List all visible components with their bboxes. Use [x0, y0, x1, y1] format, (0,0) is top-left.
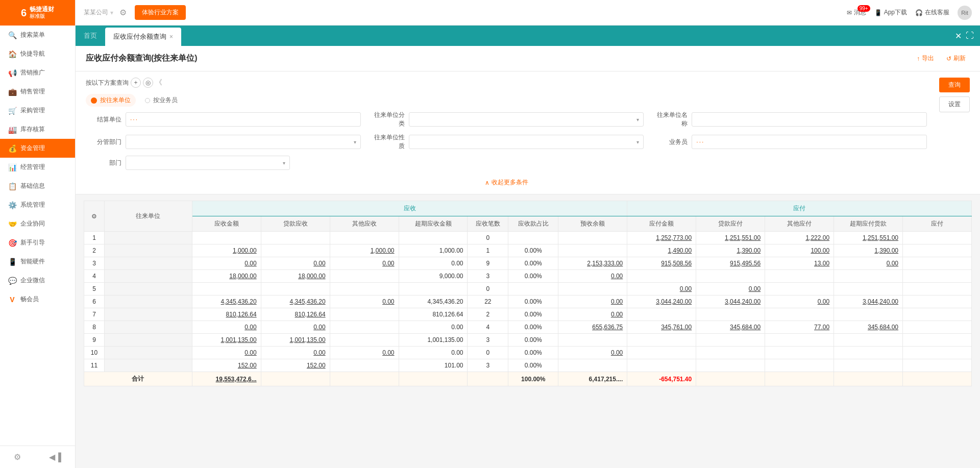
sidebar-item-management[interactable]: 📊 经营管理: [0, 158, 75, 177]
filter-arrow-button[interactable]: 《: [155, 78, 162, 87]
table-row: 100.000.000.000.0000.00%0.00: [84, 347, 972, 359]
summary-label: 合计: [84, 372, 192, 386]
filter-by-unit[interactable]: 按往来单位: [86, 94, 136, 107]
chevron-down-icon: ▾: [636, 139, 639, 145]
tab-home[interactable]: 首页: [76, 26, 105, 46]
sidebar-bottom: ⚙ ◀▐: [0, 446, 75, 468]
filter-field-category: 往来单位分类 ▾: [369, 111, 644, 128]
export-icon: ↑: [917, 55, 920, 62]
collapse-icon: ∧: [485, 179, 489, 186]
table-row: 101,252,773.001,251,551.001,222.001,251,…: [84, 232, 972, 244]
recv-overdue-header: 超期应收金额: [399, 216, 468, 232]
table-row: 30.000.000.000.0090.00%2,153,333.00915,5…: [84, 257, 972, 270]
window-close-icon[interactable]: ✕: [955, 31, 962, 41]
pay-other-header: 其他应付: [765, 216, 834, 232]
filter-by-salesperson[interactable]: 按业务员: [140, 94, 183, 107]
table-row: 500.000.00: [84, 283, 972, 295]
set-button[interactable]: 设置: [939, 96, 970, 112]
sidebar-item-label: 快捷导航: [20, 50, 45, 58]
filter-add-button[interactable]: +: [131, 78, 141, 88]
filter-row-3: 部门 ▾: [86, 156, 290, 170]
sidebar-item-purchase[interactable]: 🛒 采购管理: [0, 101, 75, 120]
division-input[interactable]: ▾: [126, 135, 361, 149]
filter-row-2: 分管部门 ▾ 往来单位性质 ▾ 业务员: [86, 133, 927, 151]
pay-overdue-header: 超期应付货款: [834, 216, 903, 232]
settings-icon[interactable]: ⚙: [119, 8, 127, 17]
table-row: 21,000.001,000.001,000.0010.00%1,490.001…: [84, 244, 972, 257]
summary-pay-amount: -654,751.40: [627, 372, 696, 386]
unitname-input[interactable]: [692, 112, 927, 127]
app-icon: 📱: [874, 9, 882, 16]
sidebar-item-cooperation[interactable]: 🤝 企业协同: [0, 214, 75, 233]
message-button[interactable]: ✉ 消息 99+: [847, 8, 866, 17]
sidebar-item-finance[interactable]: 💰 资金管理: [0, 139, 75, 158]
online-service-button[interactable]: 🎧 在线客服: [915, 8, 949, 17]
salesperson-label: 业务员: [652, 138, 688, 146]
sidebar-item-label: 库存核算: [20, 125, 45, 134]
sidebar-item-quicknav[interactable]: 🏠 快捷导航: [0, 44, 75, 63]
filter-option2-dot: [145, 98, 150, 103]
collapse-bar[interactable]: ∧ 收起更多条件: [86, 175, 927, 188]
filter-action-buttons: 查询 设置: [935, 78, 970, 188]
filter-field-division: 分管部门 ▾: [86, 135, 361, 149]
query-button[interactable]: 查询: [939, 78, 970, 92]
unit-header: 往来单位: [105, 201, 192, 232]
sidebar-item-label: 销售管理: [20, 87, 45, 96]
recv-ratio-header: 应收款占比: [508, 216, 558, 232]
sidebar-item-label: 基础信息: [20, 182, 45, 190]
table-row: 418,000.0018,000.009,000.0030.00%0.00: [84, 270, 972, 283]
filter-settings-button[interactable]: ◎: [143, 78, 153, 88]
app-label: App下载: [884, 8, 907, 17]
message-icon: ✉: [847, 9, 852, 16]
sidebar-settings-icon[interactable]: ⚙: [10, 450, 25, 464]
sidebar-item-sales[interactable]: 💼 销售管理: [0, 82, 75, 101]
sidebar-item-wechat[interactable]: 💬 企业微信: [0, 271, 75, 290]
sidebar-item-label: 采购管理: [20, 106, 45, 115]
filter-field-department: 部门 ▾: [86, 156, 290, 170]
department-input[interactable]: ▾: [126, 156, 290, 170]
category-input[interactable]: ▾: [409, 112, 644, 127]
summary-recv-amount[interactable]: 19,553,472,6...: [192, 372, 261, 386]
basic-icon: 📋: [8, 182, 16, 190]
nature-input[interactable]: ▾: [409, 135, 644, 149]
page-header: 应收应付余额查询(按往来单位) ↑ 导出 ↺ 刷新: [76, 46, 980, 71]
gear-header[interactable]: ⚙: [84, 201, 105, 232]
filter-field-nature: 往来单位性质 ▾: [369, 133, 644, 151]
message-badge: 99+: [857, 5, 870, 12]
sidebar-item-label: 搜索菜单: [20, 31, 45, 39]
recv-other-header: 其他应收: [330, 216, 399, 232]
division-label: 分管部门: [86, 138, 121, 146]
data-table: ⚙ 往来单位 应收 应付 应收金额 贷款应收 其他应收 超期应收金额 应收笔数 …: [84, 201, 972, 386]
breadcrumb: 某某公司 ▾: [84, 8, 113, 17]
table-row: 7810,126.64810,126.64810,126.6420.00%0.0…: [84, 308, 972, 321]
sidebar-item-label: 企业微信: [20, 276, 45, 285]
avatar-initials: Rit: [961, 10, 968, 16]
sidebar-item-guide[interactable]: 🎯 新手引导: [0, 233, 75, 252]
wechat-icon: 💬: [8, 277, 16, 285]
user-avatar[interactable]: Rit: [958, 6, 972, 20]
sidebar-item-basic[interactable]: 📋 基础信息: [0, 177, 75, 195]
settlement-input[interactable]: ···: [126, 112, 361, 127]
sidebar-item-inventory[interactable]: 🏭 库存核算: [0, 120, 75, 139]
tab-close-icon[interactable]: ×: [169, 33, 173, 40]
sidebar-item-vip[interactable]: V 畅会员: [0, 290, 75, 309]
refresh-button[interactable]: ↺ 刷新: [942, 52, 970, 65]
sidebar-collapse-icon[interactable]: ◀▐: [45, 450, 65, 464]
sidebar-item-system[interactable]: ⚙️ 系统管理: [0, 195, 75, 214]
solution-button[interactable]: 体验行业方案: [135, 5, 186, 20]
sidebar-item-marketing[interactable]: 📢 营销推广: [0, 63, 75, 82]
sidebar-item-label: 资金管理: [20, 144, 45, 153]
sidebar-item-label: 营销推广: [20, 68, 45, 77]
summary-recv-ratio: 100.00%: [508, 372, 558, 386]
table-row: 11152.00152.00101.0030.00%: [84, 359, 972, 372]
salesperson-input[interactable]: ···: [692, 135, 927, 149]
tab-home-label: 首页: [84, 31, 97, 40]
chevron-down-icon: ▾: [354, 139, 356, 145]
sidebar-item-hardware[interactable]: 📱 智能硬件: [0, 252, 75, 271]
sidebar-item-search[interactable]: 🔍 搜索菜单: [0, 26, 75, 44]
app-download-button[interactable]: 📱 App下载: [874, 8, 907, 17]
tab-receivable-query[interactable]: 应收应付余额查询 ×: [105, 28, 181, 46]
export-button[interactable]: ↑ 导出: [913, 52, 938, 65]
window-expand-icon[interactable]: ⛶: [966, 31, 974, 40]
pay-loan-header: 贷款应付: [696, 216, 765, 232]
